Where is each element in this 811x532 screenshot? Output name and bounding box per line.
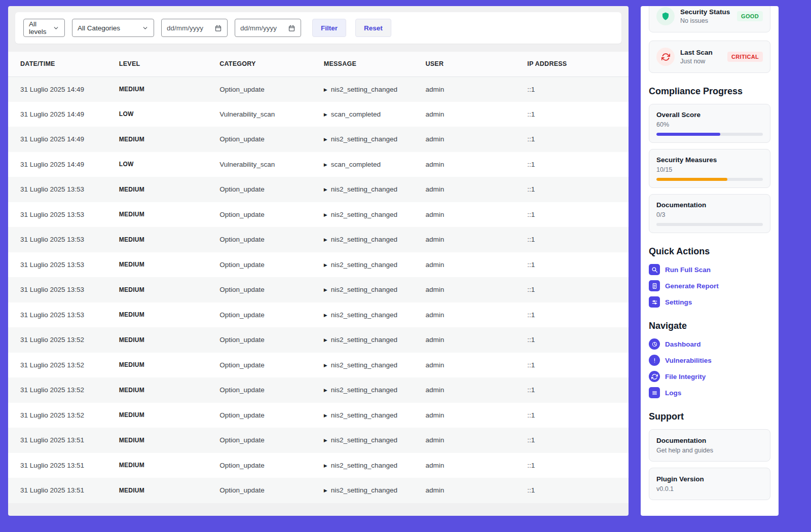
link-label: Vulnerabilities (665, 357, 712, 364)
log-datetime-cell: 31 Luglio 2025 13:53 (8, 277, 113, 302)
support-card-title: Plugin Version (656, 475, 763, 483)
generate-report-link[interactable]: Generate Report (649, 280, 770, 291)
progress-value: 10/15 (656, 166, 763, 173)
log-message-cell[interactable]: ▶nis2_setting_changed (318, 252, 420, 278)
log-user-cell: admin (419, 77, 521, 102)
log-datetime-cell: 31 Luglio 2025 13:53 (8, 202, 113, 227)
date-from-input[interactable]: dd/mm/yyyy (161, 19, 228, 37)
table-row: 31 Luglio 2025 13:53MEDIUMOption_update▶… (8, 227, 629, 252)
disclosure-icon[interactable]: ▶ (324, 137, 327, 142)
calendar-icon[interactable] (288, 24, 296, 32)
log-message-cell[interactable]: ▶nis2_setting_changed (318, 353, 420, 378)
disclosure-icon[interactable]: ▶ (324, 463, 327, 468)
progress-track (656, 178, 763, 181)
page: All levels All Categories dd/mm/yyyy dd/… (8, 6, 779, 516)
disclosure-icon[interactable]: ▶ (324, 388, 327, 393)
log-level-cell: LOW (113, 102, 213, 127)
log-level-cell: MEDIUM (113, 252, 213, 278)
disclosure-icon[interactable]: ▶ (324, 363, 327, 368)
log-message-cell[interactable]: ▶nis2_setting_changed (318, 478, 420, 503)
log-message-cell[interactable]: ▶nis2_setting_changed (318, 403, 420, 428)
log-message-text: nis2_setting_changed (331, 436, 397, 444)
disclosure-icon[interactable]: ▶ (324, 438, 327, 443)
settings-link[interactable]: Settings (649, 296, 770, 308)
log-ip-cell: ::1 (521, 403, 629, 428)
log-message-cell[interactable]: ▶nis2_setting_changed (318, 428, 420, 453)
link-label: Dashboard (665, 340, 701, 348)
level-select[interactable]: All levels (23, 19, 65, 37)
log-level-cell: MEDIUM (113, 377, 213, 403)
sync-icon (649, 371, 660, 382)
log-message-cell[interactable]: ▶nis2_setting_changed (318, 227, 420, 252)
log-message-cell[interactable]: ▶nis2_setting_changed (318, 453, 420, 478)
log-datetime-cell: 31 Luglio 2025 14:49 (8, 102, 113, 127)
documentation-card[interactable]: Documentation Get help and guides (649, 429, 770, 462)
link-label: Logs (665, 389, 681, 397)
date-to-input[interactable]: dd/mm/yyyy (235, 19, 301, 37)
log-ip-cell: ::1 (521, 152, 629, 177)
log-message-cell[interactable]: ▶scan_completed (318, 102, 420, 127)
table-row: 31 Luglio 2025 13:53MEDIUMOption_update▶… (8, 202, 629, 227)
log-datetime-cell: 31 Luglio 2025 13:52 (8, 377, 113, 403)
quick-actions-heading: Quick Actions (649, 246, 770, 257)
col-header-datetime: Date/Time (8, 52, 113, 77)
log-level-cell: MEDIUM (113, 177, 213, 202)
logs-link[interactable]: Logs (649, 387, 770, 398)
filter-button[interactable]: Filter (312, 19, 346, 37)
log-ip-cell: ::1 (521, 127, 629, 152)
date-from-placeholder: dd/mm/yyyy (167, 24, 203, 32)
log-ip-cell: ::1 (521, 377, 629, 403)
log-message-text: nis2_setting_changed (331, 286, 397, 293)
log-category-cell: Option_update (213, 177, 318, 202)
table-row: 31 Luglio 2025 13:53MEDIUMOption_update▶… (8, 302, 629, 328)
disclosure-icon[interactable]: ▶ (324, 237, 327, 242)
log-level-cell: MEDIUM (113, 277, 213, 302)
disclosure-icon[interactable]: ▶ (324, 87, 327, 92)
disclosure-icon[interactable]: ▶ (324, 337, 327, 343)
log-ip-cell: ::1 (521, 453, 629, 478)
disclosure-icon[interactable]: ▶ (324, 162, 327, 167)
table-row: 31 Luglio 2025 14:49MEDIUMOption_update▶… (8, 127, 629, 152)
log-message-cell[interactable]: ▶nis2_setting_changed (318, 202, 420, 227)
disclosure-icon[interactable]: ▶ (324, 488, 327, 493)
vulnerabilities-link[interactable]: Vulnerabilities (649, 355, 770, 366)
log-level-cell: MEDIUM (113, 453, 213, 478)
log-message-cell[interactable]: ▶nis2_setting_changed (318, 327, 420, 353)
log-message-cell[interactable]: ▶nis2_setting_changed (318, 302, 420, 328)
log-message-cell[interactable]: ▶nis2_setting_changed (318, 77, 420, 102)
disclosure-icon[interactable]: ▶ (324, 212, 327, 217)
log-message-text: nis2_setting_changed (331, 386, 397, 394)
disclosure-icon[interactable]: ▶ (324, 287, 327, 292)
log-message-cell[interactable]: ▶nis2_setting_changed (318, 377, 420, 403)
dashboard-link[interactable]: Dashboard (649, 338, 770, 350)
col-header-ip: IP Address (521, 52, 629, 77)
log-category-cell: Vulnerability_scan (213, 102, 318, 127)
log-message-cell[interactable]: ▶nis2_setting_changed (318, 127, 420, 152)
log-category-cell: Option_update (213, 227, 318, 252)
disclosure-icon[interactable]: ▶ (324, 262, 327, 268)
log-message-cell[interactable]: ▶nis2_setting_changed (318, 177, 420, 202)
table-row: 31 Luglio 2025 13:52MEDIUMOption_update▶… (8, 327, 629, 353)
log-user-cell: admin (419, 353, 521, 378)
link-label: Settings (665, 298, 692, 306)
calendar-icon[interactable] (214, 24, 222, 32)
alert-icon (649, 355, 660, 366)
run-full-scan-link[interactable]: Run Full Scan (649, 264, 770, 275)
reset-button[interactable]: Reset (355, 19, 391, 37)
disclosure-icon[interactable]: ▶ (324, 413, 327, 418)
disclosure-icon[interactable]: ▶ (324, 112, 327, 117)
support-card-subtitle: Get help and guides (656, 447, 763, 454)
log-message-cell[interactable]: ▶scan_completed (318, 152, 420, 177)
log-message-cell[interactable]: ▶nis2_setting_changed (318, 277, 420, 302)
table-row: 31 Luglio 2025 13:53MEDIUMOption_update▶… (8, 177, 629, 202)
file-integrity-link[interactable]: File Integrity (649, 371, 770, 382)
navigate-heading: Navigate (649, 321, 770, 331)
disclosure-icon[interactable]: ▶ (324, 313, 327, 318)
category-select[interactable]: All Categories (72, 19, 154, 37)
disclosure-icon[interactable]: ▶ (324, 187, 327, 192)
log-table-body: 31 Luglio 2025 14:49MEDIUMOption_update▶… (8, 77, 629, 503)
log-ip-cell: ::1 (521, 227, 629, 252)
log-level-cell: LOW (113, 152, 213, 177)
log-ip-cell: ::1 (521, 252, 629, 278)
log-message-text: nis2_setting_changed (331, 462, 397, 469)
